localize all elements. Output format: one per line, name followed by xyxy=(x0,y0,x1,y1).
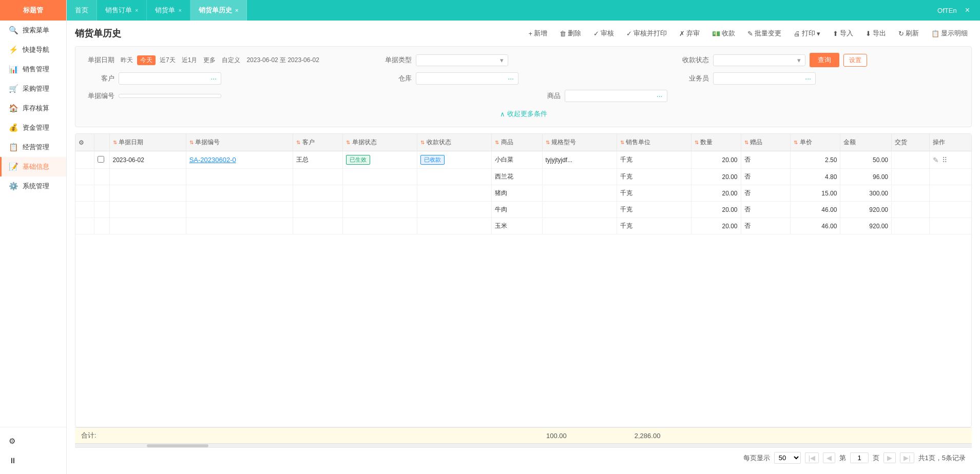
row-0-edit-icon[interactable]: ✎ xyxy=(933,156,939,164)
toolbar-audit-print-button[interactable]: ✓审核并打印 xyxy=(622,27,671,40)
row-0-doc-number-link[interactable]: SA-20230602-0 xyxy=(189,156,236,164)
first-page-button[interactable]: |◀ xyxy=(805,452,819,463)
tab-sales-order-close-icon[interactable]: × xyxy=(135,7,138,13)
sidebar-item-operations-mgmt[interactable]: 📋 经营管理 xyxy=(0,137,66,157)
operations-mgmt-label: 经营管理 xyxy=(23,143,49,152)
toolbar-print-button[interactable]: 🖨打印▾ xyxy=(790,27,824,40)
last-page-button[interactable]: ▶| xyxy=(900,452,914,463)
doc-type-label: 单据类型 xyxy=(381,55,412,65)
operations-mgmt-icon: 📋 xyxy=(9,143,18,152)
toolbar-abandon-button[interactable]: ✗弃审 xyxy=(675,27,704,40)
col-header-spec_type[interactable]: ⇅ 规格型号 xyxy=(542,134,617,151)
funds-mgmt-icon: 💰 xyxy=(9,123,18,132)
scrollbar-thumb[interactable] xyxy=(147,444,208,447)
batch-change-icon: ✎ xyxy=(747,30,753,37)
topbar: 首页销售订单×销货单×销货单历史× OfTEn × xyxy=(67,0,980,21)
col-header-payment_status[interactable]: ⇅ 收款状态 xyxy=(417,134,492,151)
tab-sales-history-close-icon[interactable]: × xyxy=(235,7,238,13)
sidebar-item-bottom2[interactable]: ⏸ xyxy=(0,451,66,470)
salesperson-input[interactable]: ··· xyxy=(713,72,816,85)
warehouse-input[interactable]: ··· xyxy=(416,72,518,85)
settings-button[interactable]: 设置 xyxy=(843,54,867,67)
col-header-product[interactable]: ⇅ 商品 xyxy=(492,134,542,151)
toolbar-delete-button[interactable]: 🗑删除 xyxy=(555,27,585,40)
product-input[interactable]: ··· xyxy=(565,90,667,102)
row-4-doc-number xyxy=(186,218,293,234)
doc-number-filter-group: 单据编号 xyxy=(84,91,517,101)
toolbar-export-button[interactable]: ⬇导出 xyxy=(861,27,890,40)
toolbar-collect-button[interactable]: 💵收款 xyxy=(708,27,739,40)
sidebar-item-purchase-mgmt[interactable]: 🛒 采购管理 xyxy=(0,79,66,98)
sidebar-logo: 标题管 xyxy=(0,0,66,21)
delete-label: 删除 xyxy=(568,29,581,38)
page-size-select[interactable]: 50 20 100 xyxy=(774,452,801,464)
row-0-checkbox-cell xyxy=(94,151,109,169)
col-header-unit_price[interactable]: ⇅ 单价 xyxy=(791,134,840,151)
date-shortcut-更多[interactable]: 更多 xyxy=(201,55,218,65)
tab-sales-goods-close-icon[interactable]: × xyxy=(178,7,181,13)
tab-home[interactable]: 首页 xyxy=(67,0,97,21)
sidebar-item-search-menu[interactable]: 🔍 搜索菜单 xyxy=(0,21,66,40)
filter-area: 单据日期 昨天今天近7天近1月更多自定义 2023-06-02 至 2023-0… xyxy=(75,46,972,127)
collapse-button[interactable]: ∧ 收起更多条件 xyxy=(84,107,963,121)
toolbar-audit-button[interactable]: ✓审核 xyxy=(589,27,618,40)
abandon-icon: ✗ xyxy=(679,30,685,37)
col-header-doc_date[interactable]: ⇅ 单据日期 xyxy=(109,134,186,151)
row-0-gift: 否 xyxy=(741,151,791,169)
col-header-gift[interactable]: ⇅ 赠品 xyxy=(741,134,791,151)
toolbar-new-button[interactable]: +新增 xyxy=(524,27,551,40)
sidebar-item-bottom1[interactable]: ⚙ xyxy=(0,431,66,451)
customer-input[interactable]: ··· xyxy=(119,72,221,85)
sidebar-item-sales-mgmt[interactable]: 📊 销售管理 xyxy=(0,60,66,79)
sidebar-item-quick-nav[interactable]: ⚡ 快捷导航 xyxy=(0,40,66,60)
prev-page-button[interactable]: ◀ xyxy=(823,452,835,463)
tab-sales-order[interactable]: 销售订单× xyxy=(97,0,147,21)
date-shortcut-今天[interactable]: 今天 xyxy=(137,55,156,65)
date-shortcut-近7天[interactable]: 近7天 xyxy=(158,55,178,65)
toolbar-refresh-button[interactable]: ↻刷新 xyxy=(894,27,923,40)
query-button[interactable]: 查询 xyxy=(810,53,839,67)
filter-row-1: 单据日期 昨天今天近7天近1月更多自定义 2023-06-02 至 2023-0… xyxy=(84,53,963,67)
tab-sales-goods[interactable]: 销货单× xyxy=(147,0,190,21)
row-2-unit-price: 15.00 xyxy=(791,185,840,202)
table-row: 2023-06-02SA-20230602-0王总已生效已收款小白菜tyjyjt… xyxy=(75,151,971,169)
sidebar-item-inventory-calc[interactable]: 🏠 库存核算 xyxy=(0,98,66,118)
horizontal-scrollbar[interactable] xyxy=(75,443,972,447)
col-header-quantity[interactable]: ⇅ 数量 xyxy=(691,134,741,151)
toolbar-import-button[interactable]: ⬆导入 xyxy=(829,27,857,40)
row-0-doc-number[interactable]: SA-20230602-0 xyxy=(186,151,293,169)
window-close-button[interactable]: × xyxy=(961,6,974,15)
page-number-input[interactable]: 1 xyxy=(850,452,869,463)
date-shortcut-自定义[interactable]: 自定义 xyxy=(220,55,242,65)
col-header-customer[interactable]: ⇅ 客户 xyxy=(293,134,343,151)
col-header-settings: ⚙ xyxy=(75,134,94,151)
sidebar-item-system-mgmt[interactable]: ⚙️ 系统管理 xyxy=(0,176,66,196)
col-header-sales_unit[interactable]: ⇅ 销售单位 xyxy=(617,134,691,151)
row-0-unit-price: 2.50 xyxy=(791,151,840,169)
row-4-doc-status xyxy=(343,218,417,234)
show-details-icon: 📋 xyxy=(931,30,939,37)
filter-row-3: 单据编号 商品 ··· xyxy=(84,90,963,102)
date-shortcut-近1月[interactable]: 近1月 xyxy=(180,55,200,65)
row-3-transaction xyxy=(892,202,930,218)
next-page-button[interactable]: ▶ xyxy=(883,452,896,463)
doc-number-input[interactable] xyxy=(119,94,221,98)
doc-type-select[interactable]: ▾ xyxy=(416,54,508,66)
page-header: 销货单历史 +新增🗑删除✓审核✓审核并打印✗弃审💵收款✎批量变更🖨打印▾⬆导入⬇… xyxy=(75,27,972,40)
payment-status-select[interactable]: ▾ xyxy=(713,54,805,66)
toolbar-batch-change-button[interactable]: ✎批量变更 xyxy=(743,27,785,40)
salesperson-label: 业务员 xyxy=(678,74,709,83)
row-4-amount: 920.00 xyxy=(840,218,892,234)
row-0-more-icon[interactable]: ⠿ xyxy=(942,156,947,164)
toolbar-show-details-button[interactable]: 📋显示明细 xyxy=(927,27,972,40)
col-header-doc_status[interactable]: ⇅ 单据状态 xyxy=(343,134,417,151)
date-shortcut-昨天[interactable]: 昨天 xyxy=(119,55,135,65)
sort-icon-gift: ⇅ xyxy=(744,140,748,145)
sidebar-item-basic-info[interactable]: 📝 基础信息 xyxy=(0,157,66,176)
row-1-amount: 96.00 xyxy=(840,169,892,185)
col-header-doc_number[interactable]: ⇅ 单据编号 xyxy=(186,134,293,151)
row-0-checkbox[interactable] xyxy=(98,156,104,163)
sidebar-item-funds-mgmt[interactable]: 💰 资金管理 xyxy=(0,118,66,137)
collapse-label: 收起更多条件 xyxy=(507,109,547,118)
tab-sales-history[interactable]: 销货单历史× xyxy=(190,0,247,21)
